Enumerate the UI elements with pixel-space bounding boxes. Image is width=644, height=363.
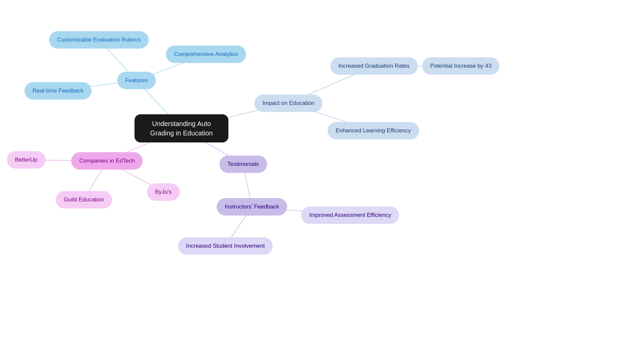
mindmap-container: Understanding Auto Grading in EducationF… [0, 0, 644, 363]
node-center[interactable]: Understanding Auto Grading in Education [135, 114, 228, 142]
node-impact[interactable]: Impact on Education [255, 95, 323, 112]
node-student[interactable]: Increased Student Involvement [178, 237, 273, 255]
node-customizable[interactable]: Customizable Evaluation Rubrics [49, 31, 149, 49]
node-testimonials[interactable]: Testimonials [219, 156, 267, 173]
node-comprehensive[interactable]: Comprehensive Analytics [166, 46, 246, 63]
node-improved[interactable]: Improved Assessment Efficiency [301, 206, 399, 224]
node-realtime[interactable]: Real-time Feedback [24, 82, 92, 100]
node-enhanced[interactable]: Enhanced Learning Efficiency [328, 122, 419, 139]
node-guild[interactable]: Guild Education [56, 191, 112, 208]
node-instructors[interactable]: Instructors' Feedback [217, 198, 287, 216]
node-graduation[interactable]: Increased Graduation Rates [330, 57, 418, 75]
node-potential[interactable]: Potential Increase by 43 [422, 57, 499, 75]
node-betterup[interactable]: BetterUp [7, 151, 45, 169]
node-features[interactable]: Features [117, 72, 156, 89]
node-companies[interactable]: Companies in EdTech [71, 152, 143, 170]
node-byjus[interactable]: ByJu's [147, 183, 180, 201]
connections-svg [0, 0, 644, 363]
